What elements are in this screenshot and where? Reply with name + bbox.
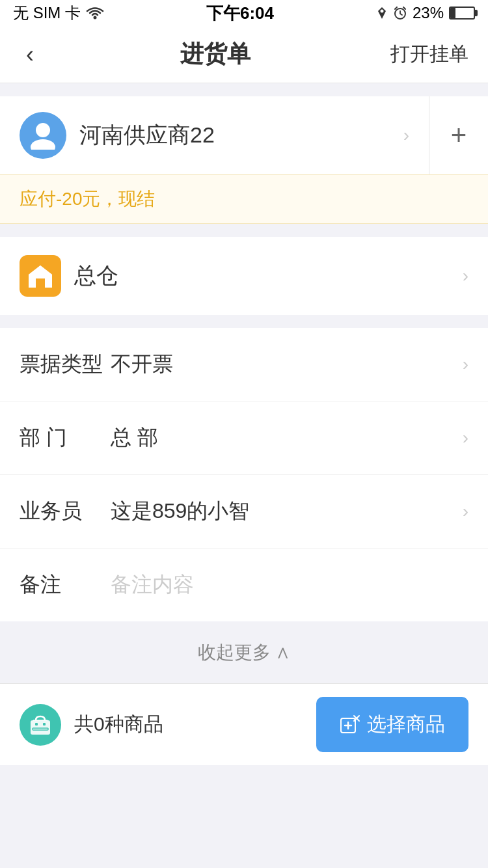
remark-row[interactable]: 备注 备注内容 xyxy=(0,549,488,621)
warehouse-chevron-icon: › xyxy=(463,265,468,286)
supplier-selector[interactable]: 河南供应商22 › xyxy=(0,96,429,174)
svg-point-3 xyxy=(36,123,50,137)
house-icon xyxy=(27,264,53,288)
svg-marker-7 xyxy=(29,265,52,275)
alarm-icon xyxy=(393,6,407,20)
person-icon xyxy=(29,121,57,150)
svg-rect-10 xyxy=(43,723,46,726)
supplier-name: 河南供应商22 xyxy=(79,120,403,150)
chevron-right-icon: › xyxy=(403,125,409,146)
battery-label: 23% xyxy=(413,4,444,22)
salesperson-value: 这是859的小智 xyxy=(111,497,463,526)
collapse-section: 收起更多 ∧ xyxy=(0,621,488,683)
select-product-label: 选择商品 xyxy=(367,711,445,738)
back-button[interactable]: ‹ xyxy=(20,34,40,75)
select-product-button[interactable]: 选择商品 xyxy=(316,697,468,752)
form-section: 票据类型 不开票 › 部 门 总 部 › 业务员 这是859的小智 › 备注 备… xyxy=(0,328,488,621)
supplier-avatar xyxy=(20,112,66,159)
invoice-type-chevron-icon: › xyxy=(463,354,468,375)
department-value: 总 部 xyxy=(111,424,463,452)
carrier-label: 无 SIM 卡 xyxy=(13,3,81,23)
invoice-type-row[interactable]: 票据类型 不开票 › xyxy=(0,328,488,401)
salesperson-row[interactable]: 业务员 这是859的小智 › xyxy=(0,475,488,549)
wifi-icon xyxy=(86,7,104,20)
battery-indicator xyxy=(449,7,475,20)
product-cart-icon xyxy=(20,704,61,746)
warehouse-icon xyxy=(20,255,61,297)
invoice-type-label: 票据类型 xyxy=(20,350,111,379)
department-chevron-icon: › xyxy=(463,427,468,448)
svg-rect-6 xyxy=(36,278,45,288)
salesperson-label: 业务员 xyxy=(20,497,111,526)
warning-text: 应付-20元，现结 xyxy=(20,189,155,209)
department-label: 部 门 xyxy=(20,424,111,452)
status-left: 无 SIM 卡 xyxy=(13,3,104,23)
product-count-label: 共0种商品 xyxy=(74,711,316,738)
bottom-bar: 共0种商品 选择商品 xyxy=(0,683,488,765)
remark-input[interactable]: 备注内容 xyxy=(111,571,468,599)
salesperson-chevron-icon: › xyxy=(463,501,468,522)
page-title: 进货单 xyxy=(180,38,251,70)
warehouse-section[interactable]: 总仓 › xyxy=(0,237,488,315)
status-time: 下午6:04 xyxy=(206,2,274,25)
svg-rect-9 xyxy=(35,723,38,726)
main-content: 河南供应商22 › + 应付-20元，现结 总仓 › 票据类型 不开票 › 部 … xyxy=(0,96,488,765)
supplier-section: 河南供应商22 › + xyxy=(0,96,488,174)
add-product-icon xyxy=(340,714,360,735)
location-icon xyxy=(376,6,388,20)
nav-bar: ‹ 进货单 打开挂单 xyxy=(0,26,488,83)
warning-banner: 应付-20元，现结 xyxy=(0,174,488,224)
remark-label: 备注 xyxy=(20,571,111,599)
svg-point-1 xyxy=(380,10,383,13)
svg-point-4 xyxy=(31,139,55,150)
add-supplier-button[interactable]: + xyxy=(429,96,488,174)
collapse-button[interactable]: 收起更多 ∧ xyxy=(198,642,291,662)
open-pending-button[interactable]: 打开挂单 xyxy=(390,41,468,68)
status-right: 23% xyxy=(376,4,475,22)
warehouse-label: 总仓 xyxy=(74,261,463,291)
svg-rect-8 xyxy=(31,720,50,735)
department-row[interactable]: 部 门 总 部 › xyxy=(0,401,488,475)
svg-point-0 xyxy=(94,16,97,20)
shopping-bag-icon xyxy=(28,714,53,736)
invoice-type-value: 不开票 xyxy=(111,350,463,379)
status-bar: 无 SIM 卡 下午6:04 23% xyxy=(0,0,488,26)
